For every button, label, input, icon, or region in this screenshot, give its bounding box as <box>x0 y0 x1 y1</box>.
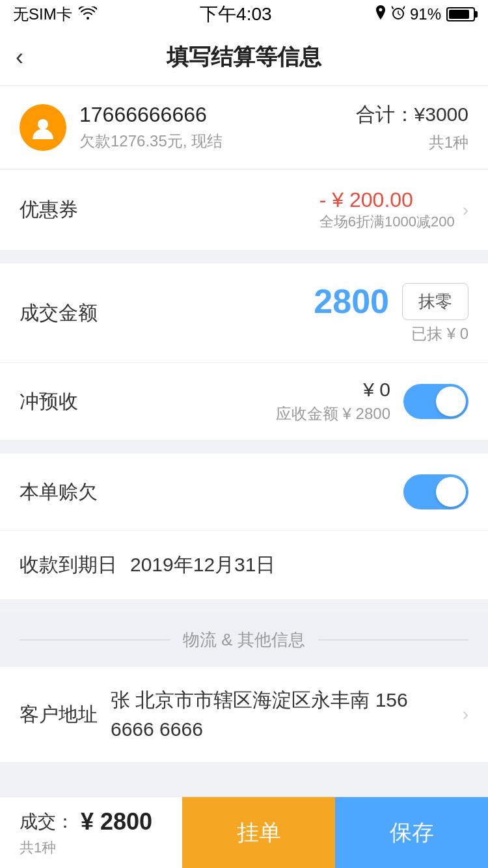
separator-2 <box>0 441 488 454</box>
battery-percent: 91% <box>410 5 441 23</box>
status-time: 下午4:03 <box>200 2 272 27</box>
user-info-row: 17666666666 欠款1276.35元, 现结 合计：¥3000 共1种 <box>0 86 488 169</box>
logistics-divider-text: 物流 & 其他信息 <box>183 629 305 651</box>
chong-yushou-row: 冲预收 ¥ 0 应收金额 ¥ 2800 <box>0 363 488 441</box>
chong-sub-text: 应收金额 ¥ 2800 <box>276 403 390 424</box>
deal-amount-sub: 已抹 ¥ 0 <box>411 323 468 344</box>
nav-bar: ‹ 填写结算等信息 <box>0 29 488 86</box>
deal-amount-value: 2800 <box>314 282 389 321</box>
user-total: 合计：¥3000 <box>356 102 468 128</box>
back-button[interactable]: ‹ <box>16 44 23 71</box>
deal-amount-label: 成交金额 <box>20 300 98 327</box>
chong-yushou-toggle[interactable] <box>403 384 468 419</box>
hang-button[interactable]: 挂单 <box>182 797 335 868</box>
sheqian-section: 本单赊欠 收款到期日 2019年12月31日 <box>0 454 488 600</box>
separator-1 <box>0 251 488 264</box>
due-date-label: 收款到期日 <box>20 552 117 578</box>
logistics-divider: 物流 & 其他信息 <box>0 613 488 667</box>
bottom-deal-amount: ¥ 2800 <box>81 808 152 835</box>
chong-yushou-label: 冲预收 <box>20 388 78 415</box>
user-sub-text: 欠款1276.35元, 现结 <box>79 131 223 152</box>
status-left: 无SIM卡 <box>13 4 97 25</box>
deal-amount-row: 成交金额 2800 抹零 已抹 ¥ 0 <box>0 264 488 363</box>
address-chevron-icon: › <box>463 704 468 725</box>
due-date-value: 2019年12月31日 <box>130 552 275 578</box>
toggle-knob <box>436 387 466 416</box>
status-bar: 无SIM卡 下午4:03 91% <box>0 0 488 29</box>
coupon-chevron-icon: › <box>463 200 468 221</box>
coupon-discount: - ¥ 200.00 <box>319 188 455 212</box>
status-right: 91% <box>375 5 475 23</box>
bottom-info: 成交： ¥ 2800 共1种 <box>0 808 182 858</box>
user-phone: 17666666666 <box>79 103 223 127</box>
user-count: 共1种 <box>356 132 468 153</box>
save-button[interactable]: 保存 <box>335 797 488 868</box>
bottom-deal-label: 成交： <box>20 809 74 834</box>
deal-amount-section: 成交金额 2800 抹零 已抹 ¥ 0 冲预收 ¥ 0 应收金额 ¥ 2800 <box>0 264 488 441</box>
battery-icon <box>446 7 475 21</box>
sim-text: 无SIM卡 <box>13 4 72 25</box>
avatar <box>20 104 66 151</box>
sheqian-row: 本单赊欠 <box>0 454 488 531</box>
location-icon <box>375 5 386 23</box>
bottom-count: 共1种 <box>20 838 163 858</box>
address-content: 张 北京市市辖区海淀区永丰南 156 6666 6666 <box>111 685 450 744</box>
address-row[interactable]: 客户地址 张 北京市市辖区海淀区永丰南 156 6666 6666 › <box>0 667 488 762</box>
svg-point-1 <box>38 119 48 129</box>
coupon-row[interactable]: 优惠券 - ¥ 200.00 全场6折满1000减200 › <box>0 170 488 251</box>
divider-line-right <box>318 640 468 640</box>
sheqian-toggle-knob <box>436 477 466 507</box>
round-zero-button[interactable]: 抹零 <box>402 283 468 320</box>
sheqian-label: 本单赊欠 <box>20 479 98 506</box>
wifi-icon <box>79 5 97 23</box>
chong-zero-value: ¥ 0 <box>276 379 390 401</box>
divider-line-left <box>20 640 170 640</box>
address-section: 客户地址 张 北京市市辖区海淀区永丰南 156 6666 6666 › <box>0 667 488 762</box>
address-label: 客户地址 <box>20 701 98 728</box>
coupon-label: 优惠券 <box>20 197 78 223</box>
bottom-bar: 成交： ¥ 2800 共1种 挂单 保存 <box>0 796 488 868</box>
sheqian-toggle[interactable] <box>403 474 468 509</box>
page-title: 填写结算等信息 <box>167 42 321 72</box>
separator-3 <box>0 600 488 613</box>
due-date-row: 收款到期日 2019年12月31日 <box>0 531 488 600</box>
coupon-desc: 全场6折满1000减200 <box>319 212 455 232</box>
alarm-icon <box>392 5 405 23</box>
